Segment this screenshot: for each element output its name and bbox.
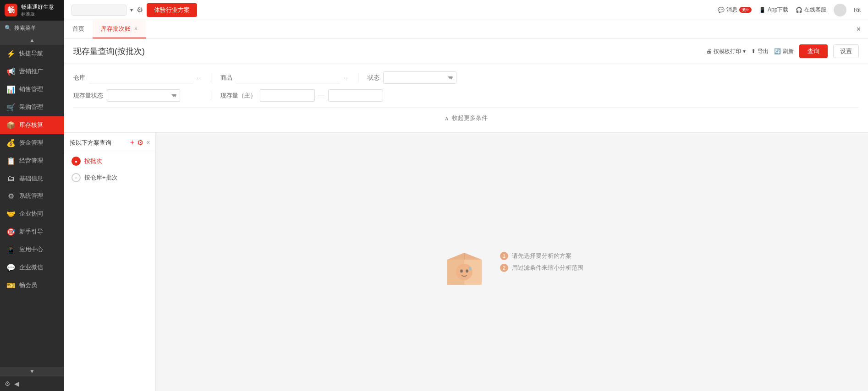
sidebar-item-label: 系统管理 — [19, 192, 43, 200]
warehouse-dots[interactable]: ··· — [197, 74, 202, 81]
sidebar-item-label: 应用中心 — [19, 245, 43, 254]
topbar-dropdown-icon[interactable]: ▾ — [130, 7, 133, 13]
sidebar-item-corp[interactable]: 🤝 企业协同 — [0, 205, 64, 223]
scheme-item-by-warehouse-batch[interactable]: ○ 按仓库+批次 — [64, 169, 155, 186]
sidebar-item-member[interactable]: 🎫 畅会员 — [0, 277, 64, 294]
empty-state: 1 请先选择要分析的方案 2 用过滤条件来缩小分析范围 — [440, 239, 583, 285]
status-select[interactable] — [383, 71, 456, 84]
tip-text-1: 请先选择要分析的方案 — [512, 252, 571, 260]
collapse-filter-btn[interactable]: ∧ 收起更多条件 — [73, 111, 859, 125]
product-input[interactable] — [236, 72, 340, 83]
sidebar-item-wechat[interactable]: 💬 企业微信 — [0, 259, 64, 277]
scheme-batch-icon: ● — [71, 157, 81, 166]
print-dropdown-icon[interactable]: ▾ — [743, 48, 746, 54]
print-icon: 🖨 — [706, 48, 712, 54]
sidebar-scroll-down[interactable]: ▼ — [0, 367, 64, 376]
active-tab-label: 库存批次账 — [101, 25, 131, 33]
stock-qty-min-input[interactable] — [260, 89, 315, 102]
status-field: 状态 ▾ — [368, 71, 496, 84]
app-download-label: App下载 — [768, 6, 788, 14]
sidebar-nav: ⚡ 快捷导航 📢 营销推广 📊 销售管理 🛒 采购管理 📦 库存核算 💰 资金管… — [0, 45, 64, 367]
tab-inventory-batch[interactable]: 库存批次账 × — [93, 20, 146, 38]
stock-status-field: 现存量状态 ▾ — [73, 89, 202, 102]
empty-tip-2: 2 用过滤条件来缩小分析范围 — [500, 264, 583, 272]
sidebar-item-quick-nav[interactable]: ⚡ 快捷导航 — [0, 45, 64, 63]
topbar-gear-icon[interactable]: ⚙ — [137, 5, 143, 14]
sidebar-item-purchase[interactable]: 🛒 采购管理 — [0, 98, 64, 116]
sidebar-item-newbie[interactable]: 🎯 新手引导 — [0, 223, 64, 241]
stock-qty-max-input[interactable] — [328, 89, 383, 102]
sidebar-item-inventory[interactable]: 📦 库存核算 — [0, 116, 64, 134]
sidebar-item-label: 畅会员 — [19, 281, 37, 289]
scheme-item-by-batch[interactable]: ● 按批次 — [64, 153, 155, 169]
sidebar-item-finance[interactable]: 💰 资金管理 — [0, 134, 64, 152]
sidebar-item-label: 采购管理 — [19, 103, 43, 111]
app-download-btn[interactable]: 📱 App下载 — [759, 6, 788, 14]
newbie-icon: 🎯 — [6, 228, 16, 236]
collapse-icon: ∧ — [445, 115, 449, 122]
scheme-header: 按以下方案查询 + ⚙ « — [64, 138, 155, 151]
tabbar-close-btn[interactable]: × — [849, 20, 868, 38]
settings-btn[interactable]: 设置 — [833, 44, 859, 58]
tab-home[interactable]: 首页 — [64, 20, 93, 38]
sidebar-item-label: 基础信息 — [19, 174, 43, 183]
tip-num-1: 1 — [500, 252, 508, 260]
scheme-collapse-icon[interactable]: « — [146, 138, 150, 147]
refresh-btn[interactable]: 🔄 刷新 — [774, 48, 794, 55]
stock-status-select[interactable] — [107, 89, 180, 102]
stock-status-label: 现存量状态 — [73, 92, 103, 100]
apps-icon: 📱 — [6, 245, 16, 254]
sidebar-header: 畅 畅康通好生意 标准版 — [0, 0, 64, 21]
sidebar-scroll-up[interactable]: ▲ — [0, 36, 64, 45]
query-btn[interactable]: 查询 — [799, 44, 828, 58]
sidebar-collapse-icon[interactable]: ◀ — [14, 380, 19, 387]
sidebar-item-system[interactable]: ⚙ 系统管理 — [0, 187, 64, 205]
export-icon: ⬆ — [751, 48, 756, 54]
sidebar-item-apps[interactable]: 📱 应用中心 — [0, 241, 64, 259]
warehouse-field: 仓库 ··· — [73, 72, 202, 83]
sidebar-item-sales[interactable]: 📊 销售管理 — [0, 81, 64, 98]
messages-badge: 99+ — [739, 7, 752, 13]
product-dots[interactable]: ··· — [344, 74, 349, 81]
sidebar-search[interactable]: 🔍 搜索菜单 — [0, 21, 64, 36]
tabbar: 首页 库存批次账 × × — [64, 20, 868, 39]
main-body: 按以下方案查询 + ⚙ « ● 按批次 ○ 按仓库+批次 — [64, 133, 868, 391]
messages-label: 消息 — [726, 6, 737, 14]
topbar-search-input[interactable] — [71, 5, 126, 16]
scheme-settings-icon[interactable]: ⚙ — [137, 138, 143, 147]
search-icon: 🔍 — [5, 25, 11, 31]
stock-qty-dash: — — [319, 92, 324, 99]
content-area: 现存量查询(按批次) 🖨 按模板打印 ▾ ⬆ 导出 🔄 刷新 查询 设置 — [64, 39, 868, 391]
export-label: 导出 — [758, 48, 769, 55]
purchase-icon: 🛒 — [6, 103, 16, 112]
scheme-title: 按以下方案查询 — [70, 139, 111, 147]
data-area: 1 请先选择要分析的方案 2 用过滤条件来缩小分析范围 — [156, 133, 868, 391]
online-service-btn[interactable]: 🎧 在线客服 — [796, 6, 826, 14]
sidebar-item-operation[interactable]: 📋 经营管理 — [0, 152, 64, 170]
sidebar-item-basic[interactable]: 🗂 基础信息 — [0, 170, 64, 187]
refresh-label: 刷新 — [783, 48, 794, 55]
sales-icon: 📊 — [6, 85, 16, 94]
messages-btn[interactable]: 💬 消息 99+ — [718, 6, 752, 14]
scheme-add-icon[interactable]: + — [130, 138, 134, 147]
finance-icon: 💰 — [6, 139, 16, 147]
filter-separator-1 — [211, 73, 211, 82]
sidebar-search-label: 搜索菜单 — [14, 24, 36, 32]
refresh-icon: 🔄 — [774, 48, 781, 54]
export-btn[interactable]: ⬆ 导出 — [751, 48, 769, 55]
scheme-actions: + ⚙ « — [130, 138, 150, 147]
sidebar-settings-icon[interactable]: ⚙ — [5, 380, 11, 387]
warehouse-input[interactable] — [89, 72, 193, 83]
empty-tips: 1 请先选择要分析的方案 2 用过滤条件来缩小分析范围 — [500, 252, 583, 272]
sidebar-item-marketing[interactable]: 📢 营销推广 — [0, 63, 64, 81]
home-tab-label: 首页 — [72, 25, 84, 33]
user-avatar[interactable] — [834, 4, 846, 16]
tip-num-2: 2 — [500, 264, 508, 272]
service-icon: 🎧 — [796, 7, 802, 13]
topbar-right: 💬 消息 99+ 📱 App下载 🎧 在线客服 Rit — [718, 4, 861, 16]
tab-close-icon[interactable]: × — [134, 26, 137, 32]
status-label: 状态 — [368, 74, 379, 82]
svg-point-3 — [456, 264, 472, 280]
print-btn[interactable]: 🖨 按模板打印 ▾ — [706, 48, 746, 55]
trial-btn[interactable]: 体验行业方案 — [147, 3, 197, 17]
